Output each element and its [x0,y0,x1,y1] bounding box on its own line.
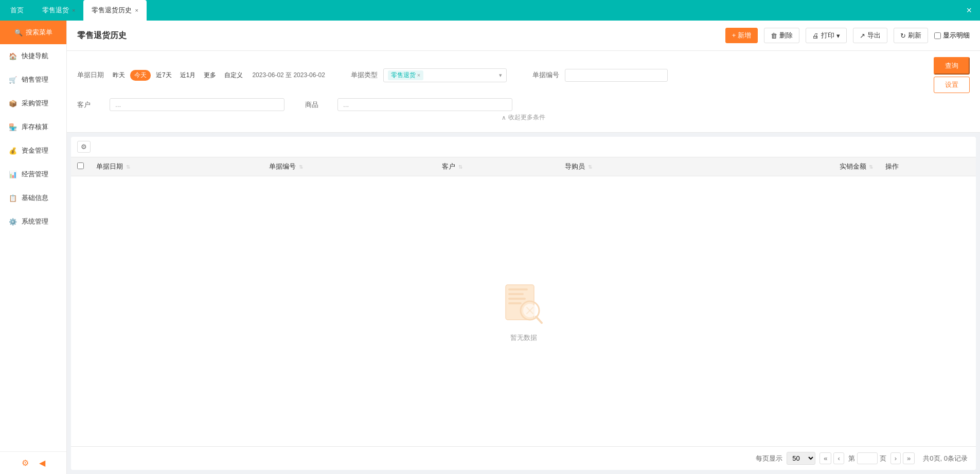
main-layout: 🔍 搜索菜单 🏠 快捷导航 🛒 销售管理 📦 采购管理 🏪 库存核算 💰 [0,21,980,474]
collapse-button[interactable]: ∧ 收起更多条件 [502,113,545,122]
page-next-button[interactable]: › [890,452,901,464]
per-page-label: 每页显示 [756,454,782,463]
th-doc-date[interactable]: 单据日期 ⇅ [90,157,263,176]
cart-icon: 🛒 [8,75,17,84]
header-actions: + 新增 🗑 删除 🖨 打印 ▾ ↗ 导出 ↻ 刷新 [725,28,970,50]
show-detail-label[interactable]: 显示明细 [934,31,970,40]
doc-type-dropdown-icon: ▾ [499,72,502,79]
date-btn-today[interactable]: 今天 [130,70,151,81]
print-icon: 🖨 [812,32,819,40]
date-shortcuts: 昨天 今天 近7天 近1月 更多 自定义 [110,70,246,81]
goods-label: 商品 [305,100,333,110]
collapse-icon: ∧ [502,114,506,121]
window-close-button[interactable]: × [958,5,980,16]
table-settings-button[interactable]: ⚙ [77,141,91,153]
page-prev-button[interactable]: ‹ [833,452,844,464]
doc-no-input[interactable] [565,69,668,82]
sidebar-item-business[interactable]: 📊 经营管理 [0,162,66,186]
sidebar-search[interactable]: 🔍 搜索菜单 [0,21,66,44]
filter-area: 单据日期 昨天 今天 近7天 近1月 更多 自定义 2023-06-02 至 2… [67,51,980,133]
data-table: 单据日期 ⇅ 单据编号 ⇅ 客户 ⇅ 导购员 ⇅ [71,157,976,176]
business-icon: 📊 [8,170,17,179]
sidebar-search-label: 搜索菜单 [26,28,52,37]
per-page-select[interactable]: 10 20 50 100 [787,452,815,465]
sidebar-item-basicinfo-label: 基础信息 [22,193,48,203]
warehouse-icon: 🏪 [8,122,17,132]
th-guide[interactable]: 导购员 ⇅ [559,157,706,176]
th-action: 操作 [879,157,976,176]
th-amount[interactable]: 实销金额 ⇅ [706,157,879,176]
svg-line-7 [536,317,542,323]
table-container: ⚙ 单据日期 ⇅ 单据编号 ⇅ [71,137,976,470]
show-detail-checkbox[interactable] [934,32,941,39]
delete-button[interactable]: 🗑 删除 [764,28,799,43]
th-customer[interactable]: 客户 ⇅ [436,157,559,176]
table-header-row: 单据日期 ⇅ 单据编号 ⇅ 客户 ⇅ 导购员 ⇅ [71,157,976,176]
pagination: 每页显示 10 20 50 100 « ‹ 第 1 页 › [71,446,976,470]
tab-retail-return-close[interactable]: × [72,7,75,13]
svg-rect-3 [508,298,526,300]
home-icon: 🏠 [8,51,17,61]
goods-filter: 商品 ... [305,98,512,111]
tab-retail-return-label: 零售退货 [42,6,69,15]
query-button[interactable]: 查询 [934,57,970,75]
date-btn-7days[interactable]: 近7天 [153,70,175,81]
doc-type-tag-remove[interactable]: × [417,72,420,78]
action-buttons: 查询 设置 [934,57,970,93]
customer-filter: 客户 ... [77,98,284,111]
date-btn-1month[interactable]: 近1月 [177,70,199,81]
print-button[interactable]: 🖨 打印 ▾ [806,28,847,43]
page-nav-right: › » [890,452,915,464]
sort-arrows-doc-no: ⇅ [299,164,303,170]
sidebar-item-system[interactable]: ⚙️ 系统管理 [0,210,66,233]
doc-no-label: 单据编号 [532,70,561,80]
new-button[interactable]: + 新增 [725,28,758,43]
sidebar-item-inventory-label: 库存核算 [22,122,48,132]
page-last-button[interactable]: » [903,452,915,464]
date-btn-more[interactable]: 更多 [201,70,219,81]
export-button[interactable]: ↗ 导出 [853,28,887,43]
empty-icon [498,281,549,327]
doc-type-label: 单据类型 [351,70,379,80]
tab-retail-return-history[interactable]: 零售退货历史 × [83,0,146,21]
sidebar-item-inventory[interactable]: 🏪 库存核算 [0,115,66,139]
money-icon: 💰 [8,146,17,155]
filter-row-2: 客户 ... 商品 ... [77,98,970,111]
sort-arrows-doc-date: ⇅ [126,164,130,170]
sidebar-collapse-button[interactable]: ◀ [39,458,45,468]
sidebar-item-business-label: 经营管理 [22,170,48,179]
sort-arrows-amount: ⇅ [869,164,873,170]
sidebar-item-finance[interactable]: 💰 资金管理 [0,139,66,162]
customer-input[interactable]: ... [110,98,284,111]
page-first-button[interactable]: « [819,452,831,464]
sidebar-item-quicknav[interactable]: 🏠 快捷导航 [0,44,66,68]
tab-home[interactable]: 首页 [0,0,34,21]
date-btn-custom[interactable]: 自定义 [221,70,246,81]
sidebar-item-purchase[interactable]: 📦 采购管理 [0,92,66,115]
date-btn-yesterday[interactable]: 昨天 [110,70,128,81]
refresh-button[interactable]: ↻ 刷新 [894,28,928,43]
page-nav: « ‹ [819,452,844,464]
purchase-icon: 📦 [8,99,17,108]
sidebar-item-system-label: 系统管理 [22,217,48,226]
sidebar-item-basicinfo[interactable]: 📋 基础信息 [0,186,66,210]
sidebar-item-sales[interactable]: 🛒 销售管理 [0,68,66,92]
sidebar-bottom: ⚙ ◀ [0,451,66,474]
sidebar-gear-button[interactable]: ⚙ [22,458,29,468]
doc-type-filter: 单据类型 零售退货 × ▾ [351,68,507,82]
search-icon: 🔍 [14,29,23,37]
select-all-checkbox[interactable] [77,162,84,169]
sidebar-item-finance-label: 资金管理 [22,146,48,155]
page-title: 零售退货历史 [77,30,127,48]
doc-type-select[interactable]: 零售退货 × ▾ [383,68,507,82]
filter-settings-button[interactable]: 设置 [934,77,970,93]
sidebar-item-purchase-label: 采购管理 [22,99,48,108]
top-bar: 首页 零售退货 × 零售退货历史 × × [0,0,980,21]
tab-retail-return[interactable]: 零售退货 × [34,0,83,21]
goods-input[interactable]: ... [337,98,512,111]
th-doc-no[interactable]: 单据编号 ⇅ [263,157,436,176]
page-number-input[interactable]: 1 [857,452,878,464]
th-checkbox [71,157,90,176]
tab-retail-return-history-close[interactable]: × [135,7,138,13]
settings-icon: ⚙️ [8,217,17,226]
